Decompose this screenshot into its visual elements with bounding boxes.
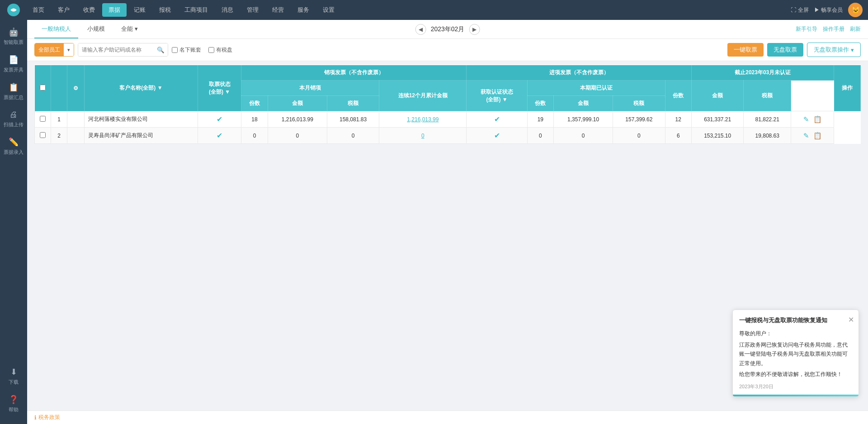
row2-pur-count: 0 — [527, 128, 553, 144]
sidebar-item-smart-ticket[interactable]: 🤖 智能取票 — [2, 24, 25, 49]
tabs-bar: 一般纳税人 小规模 全能 ▾ ◀ 2023年02月 ▶ 新手引导 操作手册 刷新 — [27, 20, 868, 39]
select-all-checkbox[interactable] — [40, 85, 46, 91]
tab-small-scale[interactable]: 小规模 — [80, 20, 112, 38]
row2-check[interactable] — [35, 128, 51, 144]
row2-num: 2 — [51, 128, 67, 144]
sidebar-item-label-download: 下载 — [9, 379, 19, 386]
nav-message[interactable]: 消息 — [215, 3, 240, 17]
cancel-status-icon-1: ✔ — [217, 115, 222, 123]
row2-sales-tax: 0 — [327, 128, 379, 144]
manual-btn[interactable]: 操作手册 — [823, 25, 844, 33]
logo[interactable] — [5, 2, 22, 18]
row2-cumulative[interactable]: 0 — [379, 128, 467, 144]
policy-link[interactable]: ℹ 税务政策 — [34, 414, 60, 421]
th-sales-month: 本月销项 — [241, 81, 379, 96]
sidebar-item-help[interactable]: ❓ 帮助 — [2, 391, 25, 417]
nav-business2[interactable]: 经营 — [266, 3, 290, 17]
detail-icon-2[interactable]: 📋 — [813, 132, 822, 139]
nav-fee[interactable]: 收费 — [77, 3, 101, 17]
employee-tag: 全部员工 — [35, 43, 64, 56]
employee-dropdown-arrow[interactable]: ▾ — [64, 43, 74, 56]
tab-general-taxpayer[interactable]: 一般纳税人 — [34, 20, 78, 38]
th-action: 操作 — [834, 65, 861, 111]
search-input[interactable] — [78, 43, 153, 56]
checkbox-tax-disk[interactable]: 有税盘 — [208, 46, 232, 54]
row1-sales-count: 18 — [241, 111, 268, 128]
filter-icon-customer[interactable]: ▼ — [157, 85, 163, 91]
row1-pur-amount: 1,357,999.10 — [554, 111, 613, 128]
no-disk-ticket-btn[interactable]: 无盘取票 — [767, 43, 803, 57]
sidebar-item-scan[interactable]: 🖨 扫描上传 — [2, 106, 25, 132]
detail-icon-1[interactable]: 📋 — [813, 115, 822, 123]
notification-close-btn[interactable]: ✕ — [848, 314, 854, 326]
user-avatar[interactable]: 🐱 — [848, 3, 863, 17]
nav-service[interactable]: 服务 — [291, 3, 316, 17]
cancel-status-icon-2: ✔ — [217, 132, 222, 139]
filter-icon-cert[interactable]: ▼ — [502, 96, 508, 103]
nav-bookkeeping[interactable]: 记账 — [127, 3, 152, 17]
sidebar-item-entry[interactable]: ✏️ 票据录入 — [2, 133, 25, 159]
one-key-ticket-btn[interactable]: 一键取票 — [727, 43, 764, 57]
row1-uncert-amount: 631,337.21 — [692, 111, 744, 128]
th-config: ⚙ — [67, 65, 85, 111]
nav-settings[interactable]: 设置 — [316, 3, 341, 17]
row2-action: ✎ 📋 — [791, 128, 834, 144]
sidebar-item-label-summary: 票据汇总 — [4, 94, 24, 101]
checkbox-tax-disk-input[interactable] — [208, 47, 214, 53]
sidebar-item-download[interactable]: ⬇ 下载 — [2, 363, 25, 389]
edit-icon-1[interactable]: ✎ — [803, 115, 809, 123]
sidebar-item-label-scan: 扫描上传 — [4, 121, 24, 128]
refresh-btn[interactable]: 刷新 — [850, 25, 861, 33]
row1-check[interactable] — [35, 111, 51, 128]
row1-sales-tax: 158,081.83 — [327, 111, 379, 128]
row2-uncert-tax: 19,808.63 — [744, 128, 791, 144]
nav-tax[interactable]: 报税 — [153, 3, 177, 17]
footer: ℹ 税务政策 — [27, 410, 868, 424]
search-box: 🔍 — [78, 43, 168, 57]
cert-status-icon-1: ✔ — [494, 115, 500, 123]
notification-title: 一键报税与无盘取票功能恢复通知 — [739, 315, 852, 325]
next-period-btn[interactable]: ▶ — [469, 24, 480, 35]
sidebar-item-invoice-open[interactable]: 📄 发票开具 — [2, 51, 25, 77]
sidebar-item-summary[interactable]: 📋 票据汇总 — [2, 79, 25, 105]
row2-sales-amount: 0 — [268, 128, 327, 144]
th-uncert-tax-header: 税额 — [744, 81, 791, 111]
th-pur-tax: 税额 — [613, 96, 665, 111]
period-label: 2023年02月 — [431, 25, 465, 33]
edit-icon-2[interactable]: ✎ — [803, 132, 809, 139]
nav-manage[interactable]: 管理 — [241, 3, 265, 17]
nav-customer[interactable]: 客户 — [52, 3, 76, 17]
main-table: ⚙ 客户名称(全部) ▼ 取票状态(全部) ▼ 销项发票（不含作废票） 进项发票… — [34, 65, 861, 144]
th-cancel-status: 取票状态(全部) ▼ — [198, 65, 241, 111]
th-sales-group: 销项发票（不含作废票） — [241, 65, 467, 81]
filter-icon-cancel[interactable]: ▼ — [225, 89, 230, 95]
th-pur-month: 本期期已认证 — [527, 81, 665, 96]
th-uncert-group: 截止2023年03月未认证 — [692, 65, 834, 81]
fullscreen-btn[interactable]: ⛶ 全屏 — [791, 6, 808, 14]
row2-pur-tax: 0 — [613, 128, 665, 144]
sidebar-item-label-entry: 票据录入 — [4, 149, 24, 156]
row2-uncert-amount: 153,215.10 — [692, 128, 744, 144]
checkbox-owned-accounts-input[interactable] — [172, 47, 178, 53]
newbie-guide-btn[interactable]: 新手引导 — [796, 25, 817, 33]
toolbar-right: 一键取票 无盘取票 无盘取票操作 ▾ — [727, 43, 861, 57]
nav-home[interactable]: 首页 — [26, 3, 51, 17]
prev-period-btn[interactable]: ◀ — [415, 24, 426, 35]
nav-invoice[interactable]: 票据 — [102, 3, 127, 17]
row1-cancel-status: ✔ — [198, 111, 241, 128]
employee-select[interactable]: 全部员工 ▾ — [34, 43, 74, 57]
member-btn[interactable]: ▶ 畅享会员 — [814, 6, 843, 14]
notification-bottom-bar — [733, 395, 859, 396]
search-btn[interactable]: 🔍 — [153, 43, 168, 56]
checkbox-owned-accounts[interactable]: 名下账套 — [172, 46, 201, 54]
nav-business[interactable]: 工商项目 — [178, 3, 214, 17]
summary-icon: 📋 — [9, 82, 19, 92]
row1-cumulative[interactable]: 1,216,013.99 — [379, 111, 467, 128]
no-disk-ops-btn[interactable]: 无盘取票操作 ▾ — [807, 43, 861, 57]
tabs-right: 新手引导 操作手册 刷新 — [796, 25, 861, 33]
notification-popup: ✕ 一键报税与无盘取票功能恢复通知 尊敬的用户： 江苏政务网已恢复访问电子税务局… — [732, 310, 859, 397]
row2-sales-count: 0 — [241, 128, 268, 144]
row1-sales-amount: 1,216,013.99 — [268, 111, 327, 128]
tab-all[interactable]: 全能 ▾ — [114, 20, 145, 38]
th-cert-status: 获取认证状态(全部) ▼ — [467, 81, 527, 111]
